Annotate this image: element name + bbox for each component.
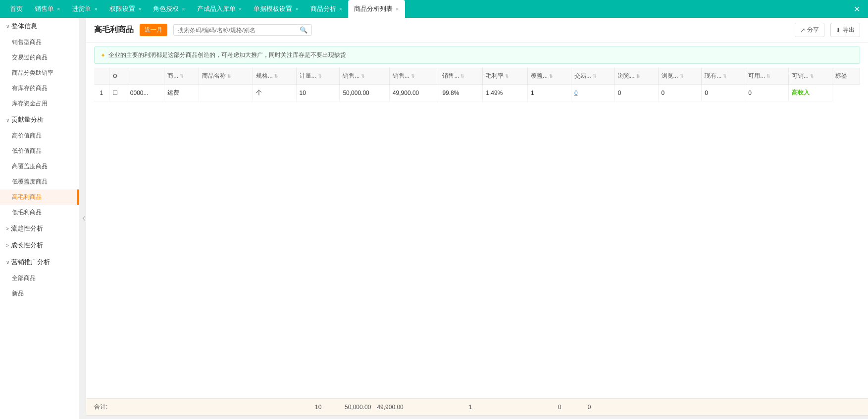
sidebar-item-销售型商品[interactable]: 销售型商品 [0,35,79,50]
nav-tab-首页[interactable]: 首页 [4,0,29,18]
tab-close-icon[interactable]: × [182,6,185,12]
col-label: 浏览... [618,72,635,80]
sidebar-group-贡献量分析[interactable]: ∨贡献量分析 [0,111,79,128]
sort-icon: ⇅ [549,74,553,79]
tab-close-icon[interactable]: × [138,6,141,12]
sidebar-item-低价值商品[interactable]: 低价值商品 [0,143,79,159]
sidebar-group-label: 贡献量分析 [11,115,44,124]
sidebar-group-营销推广分析[interactable]: ∨营销推广分析 [0,254,79,271]
sidebar-item-低覆盖度商品[interactable]: 低覆盖度商品 [0,174,79,189]
nav-tab-单据模板设置[interactable]: 单据模板设置× [248,0,304,18]
footer-label: 合计: [94,403,134,411]
col-header-7[interactable]: 销售...⇅ [389,68,439,85]
nav-tab-销售单[interactable]: 销售单× [29,0,66,18]
tab-close-icon[interactable]: × [295,6,298,12]
sidebar-item-高覆盖度商品[interactable]: 高覆盖度商品 [0,159,79,174]
col-header-4[interactable]: 规格...⇅ [253,68,296,85]
footer-name [223,404,253,411]
footer-sale-amount: 50,000.00 [342,404,374,411]
col-label: 可销... [792,72,809,80]
col-header-10[interactable]: 覆盖...⇅ [528,68,571,85]
arrow-icon: ∨ [6,117,9,123]
sidebar-item-新品[interactable]: 新品 [0,286,79,301]
col-header-12[interactable]: 浏览...⇅ [614,68,658,85]
col-header-5[interactable]: 计量...⇅ [296,68,340,85]
tab-close-icon[interactable]: × [396,6,399,12]
search-input[interactable] [178,27,300,34]
col-header-2[interactable]: 商...⇅ [164,68,199,85]
footer-unit [282,404,312,411]
col-label: 商... [167,72,178,80]
info-icon: ✦ [101,52,105,59]
sidebar-item-库存资金占用[interactable]: 库存资金占用 [0,96,79,111]
sidebar-item-全部商品[interactable]: 全部商品 [0,271,79,286]
sort-icon: ⇅ [227,74,231,79]
footer-gross-rate [407,404,436,411]
footer-sellable [614,404,644,411]
col-label: 销售... [393,72,409,80]
sort-icon: ⇅ [680,74,684,79]
sidebar-group-label: 营销推广分析 [11,258,50,267]
row-gross-rate: 99.8% [439,85,483,101]
footer-spec [253,404,282,411]
sidebar-item-有库存的商品[interactable]: 有库存的商品 [0,81,79,96]
window-close-button[interactable]: ✕ [850,4,864,14]
share-button[interactable]: ↗ 分享 [795,23,824,37]
col-label: 销售... [343,72,359,80]
sidebar-item-高毛利商品[interactable]: 高毛利商品 [0,189,79,205]
col-header-9[interactable]: 毛利率⇅ [483,68,528,85]
search-icon[interactable]: 🔍 [300,26,307,34]
tab-close-icon[interactable]: × [339,6,342,12]
col-header-13[interactable]: 浏览...⇅ [658,68,702,85]
sidebar-item-交易过的商品[interactable]: 交易过的商品 [0,50,79,65]
tab-close-icon[interactable]: × [239,6,242,12]
sidebar-group-成长性分析[interactable]: >成长性分析 [0,237,79,254]
sort-icon: ⇅ [361,74,365,79]
sidebar-item-低毛利商品[interactable]: 低毛利商品 [0,205,79,220]
content-header: 高毛利商品 近一月 🔍 ↗ 分享 ⬇ 导出 [86,18,868,43]
share-icon: ↗ [800,27,805,34]
row-available-stock: 0 [702,85,745,101]
sidebar-item-商品分类助销率[interactable]: 商品分类助销率 [0,65,79,81]
col-label: 商品名称 [202,72,226,80]
sidebar-collapse-button[interactable]: 《 [79,18,86,419]
nav-tab-权限设置[interactable]: 权限设置× [103,0,147,18]
bottom-scrollbar[interactable] [86,415,868,419]
footer-tag [644,404,674,411]
row-checkbox[interactable]: ☐ [109,85,127,101]
col-header-15[interactable]: 可用...⇅ [745,68,789,85]
col-header-11[interactable]: 交易...⇅ [571,68,614,85]
col-header-3[interactable]: 商品名称⇅ [199,68,253,85]
page-title: 高毛利商品 [94,25,134,35]
sidebar-group-整体信息[interactable]: ∨整体信息 [0,18,79,35]
row-tag: 高收入 [789,85,832,101]
tab-close-icon[interactable]: × [94,6,97,12]
content-area: 高毛利商品 近一月 🔍 ↗ 分享 ⬇ 导出 ✦ 企业的主要 [86,18,868,419]
footer-browse2 [525,404,555,411]
col-header-6[interactable]: 销售...⇅ [340,68,390,85]
sort-icon: ⇅ [636,74,640,79]
filter-recent-month-button[interactable]: 近一月 [140,24,167,36]
row-sale-qty: 10 [296,85,340,101]
footer-code [193,404,223,411]
col-label: 计量... [300,72,316,80]
col-header-14[interactable]: 现有...⇅ [702,68,745,85]
col-label: 规格... [256,72,273,80]
search-wrap: 🔍 [173,24,312,36]
export-button[interactable]: ⬇ 导出 [830,23,860,37]
footer-checkbox [163,404,193,411]
sidebar-item-高价值商品[interactable]: 高价值商品 [0,128,79,143]
nav-tab-商品分析[interactable]: 商品分析× [305,0,348,18]
col-header-8[interactable]: 销售...⇅ [439,68,483,85]
nav-tab-角色授权[interactable]: 角色授权× [147,0,191,18]
sidebar-group-流趋性分析[interactable]: >流趋性分析 [0,220,79,237]
nav-tab-进货单[interactable]: 进货单× [66,0,103,18]
row-current-stock: 0 [658,85,702,101]
nav-tab-商品分析列表[interactable]: 商品分析列表× [348,0,405,18]
arrow-icon: ∨ [6,260,9,265]
nav-tab-产成品入库单[interactable]: 产成品入库单× [191,0,248,18]
data-table: ⚙商...⇅商品名称⇅规格...⇅计量...⇅销售...⇅销售...⇅销售...… [94,68,860,101]
row-transaction: 1 [528,85,571,101]
tab-close-icon[interactable]: × [57,6,60,12]
col-header-16[interactable]: 可销...⇅ [789,68,832,85]
